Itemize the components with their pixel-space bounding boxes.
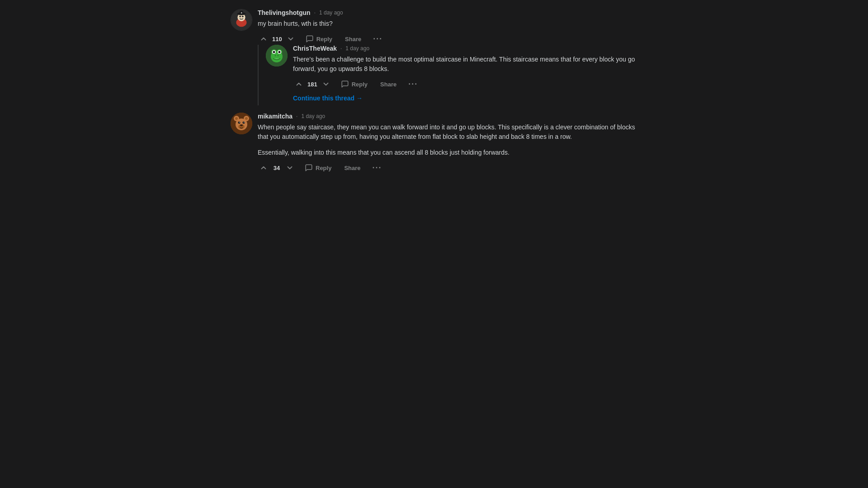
- avatar-christheweak: [266, 45, 288, 66]
- comment-3-content: mikamitcha · 1 day ago When people say s…: [258, 113, 637, 174]
- svg-point-17: [278, 55, 279, 57]
- comment-3-reply-button[interactable]: Reply: [301, 162, 335, 174]
- comment-2-more-button[interactable]: ···: [406, 79, 420, 90]
- comment-2-inner: ChrisTheWeak · 1 day ago There's been a …: [266, 45, 637, 105]
- continue-thread: Continue this thread →: [293, 95, 637, 102]
- comment-2-votes: 181: [293, 78, 332, 90]
- svg-point-27: [243, 122, 245, 124]
- comment-2-actions: 181 Reply Share: [293, 78, 637, 90]
- comment-2-share-button[interactable]: Share: [377, 79, 400, 90]
- comment-3-downvote-button[interactable]: [284, 162, 296, 174]
- continue-thread-link[interactable]: Continue this thread →: [293, 95, 363, 102]
- comment-3-votes: 34: [258, 162, 296, 174]
- svg-point-3: [239, 15, 241, 17]
- avatar-mikamitcha: [231, 113, 252, 134]
- comment-1-author: Thelivingshotgun: [258, 9, 311, 16]
- comment-1-share-button[interactable]: Share: [341, 34, 365, 44]
- comment-2-content: ChrisTheWeak · 1 day ago There's been a …: [293, 45, 637, 105]
- comment-2-vote-count: 181: [307, 81, 317, 88]
- comment-3-dot: ·: [296, 113, 297, 119]
- svg-point-23: [245, 117, 248, 120]
- svg-point-26: [238, 122, 241, 124]
- comment-3-vote-count: 34: [272, 165, 281, 171]
- comment-3-upvote-button[interactable]: [258, 162, 269, 174]
- comment-mikamitcha: mikamitcha · 1 day ago When people say s…: [231, 113, 637, 174]
- comment-1-downvote-button[interactable]: [285, 33, 297, 45]
- svg-point-25: [240, 124, 243, 126]
- comment-2-time: 1 day ago: [345, 45, 369, 52]
- comment-1-reply-button[interactable]: Reply: [302, 33, 336, 45]
- comment-1-actions: 110 Reply Share ··: [258, 33, 637, 45]
- comment-3-more-button[interactable]: ···: [370, 162, 385, 174]
- avatar-thelivingshotgun: ★: [231, 9, 252, 31]
- comment-thelivingshotgun: ★ Thelivingshotgun · 1 day ago my brain …: [231, 9, 637, 45]
- comment-3-body-p2: Essentially, walking into this means tha…: [258, 148, 637, 157]
- comment-1-upvote-button[interactable]: [258, 33, 269, 45]
- comment-3-actions: 34 Reply Share ···: [258, 162, 637, 174]
- svg-point-4: [242, 15, 244, 17]
- comment-3-share-button[interactable]: Share: [340, 163, 364, 173]
- comment-1-time: 1 day ago: [319, 9, 343, 16]
- comment-1-votes: 110: [258, 33, 297, 45]
- svg-point-22: [235, 117, 238, 120]
- comment-1-vote-count: 110: [272, 36, 282, 43]
- comment-3-header: mikamitcha · 1 day ago: [258, 113, 637, 120]
- comment-1-content: Thelivingshotgun · 1 day ago my brain hu…: [258, 9, 637, 45]
- svg-point-16: [275, 55, 276, 57]
- comment-2-dot: ·: [340, 45, 342, 52]
- comment-2-body: There's been a challenge to build the mo…: [293, 55, 637, 74]
- svg-point-28: [239, 122, 240, 123]
- comment-3-author: mikamitcha: [258, 113, 292, 120]
- svg-point-14: [273, 51, 275, 53]
- comment-2-author: ChrisTheWeak: [293, 45, 337, 52]
- comment-1-dot: ·: [314, 9, 316, 16]
- comments-container: ★ Thelivingshotgun · 1 day ago my brain …: [231, 0, 637, 186]
- comment-2-downvote-button[interactable]: [320, 78, 332, 90]
- comment-1-body: my brain hurts, wth is this?: [258, 19, 637, 28]
- comment-2-reply-button[interactable]: Reply: [337, 78, 371, 90]
- comment-2-upvote-button[interactable]: [293, 78, 305, 90]
- comment-1-header: Thelivingshotgun · 1 day ago: [258, 9, 637, 16]
- comment-3-time: 1 day ago: [301, 113, 325, 119]
- svg-point-29: [244, 122, 245, 123]
- comment-christheweak: ChrisTheWeak · 1 day ago There's been a …: [258, 45, 637, 105]
- comment-3-body-p1: When people say staircase, they mean you…: [258, 123, 637, 142]
- comment-2-header: ChrisTheWeak · 1 day ago: [293, 45, 637, 52]
- comment-1-more-button[interactable]: ···: [370, 33, 385, 45]
- comment-3-body: When people say staircase, they mean you…: [258, 123, 637, 157]
- svg-point-15: [278, 51, 281, 53]
